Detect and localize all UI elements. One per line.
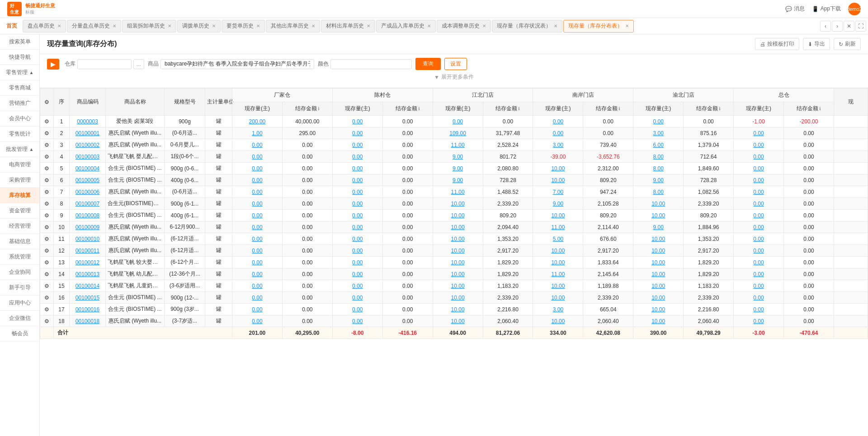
tab-close-all-btn[interactable]: ✕ bbox=[844, 21, 854, 32]
cell-nanan-stock: 3.00 bbox=[533, 139, 583, 151]
tab-item-2[interactable]: 分量盘点单历史✕ bbox=[67, 20, 121, 33]
sidebar-item-9[interactable]: 采购管理 bbox=[0, 173, 39, 188]
color-input[interactable] bbox=[330, 59, 412, 69]
sidebar-item-4[interactable]: 营销推广 bbox=[0, 96, 39, 111]
cell-settings[interactable]: ⚙ bbox=[40, 268, 54, 280]
cell-settings[interactable]: ⚙ bbox=[40, 233, 54, 245]
sidebar-item-12[interactable]: 经营管理 bbox=[0, 219, 39, 234]
sidebar-item-18[interactable]: 企业微信 bbox=[0, 311, 39, 326]
sidebar-item-19[interactable]: 畅会员 bbox=[0, 326, 39, 342]
cell-factory-amount: 0.00 bbox=[282, 210, 332, 221]
cell-chen-stock: 0.00 bbox=[332, 210, 382, 221]
tab-item-5[interactable]: 要货单历史✕ bbox=[222, 20, 265, 33]
avatar[interactable]: demo2 bbox=[848, 3, 861, 15]
cell-settings[interactable]: ⚙ bbox=[40, 139, 54, 151]
sidebar-item-1[interactable]: 快捷导航 bbox=[0, 50, 39, 65]
sidebar-item-10[interactable]: 库存核算 bbox=[0, 188, 39, 203]
info-icon-4[interactable]: ℹ bbox=[618, 106, 620, 111]
cell-settings[interactable]: ⚙ bbox=[40, 257, 54, 268]
sidebar-item-15[interactable]: 企业协同 bbox=[0, 265, 39, 280]
sidebar-item-7[interactable]: 批发管理▲ bbox=[0, 142, 39, 157]
cell-settings[interactable]: ⚙ bbox=[40, 163, 54, 174]
tab-close[interactable]: ✕ bbox=[367, 23, 370, 28]
cell-settings[interactable]: ⚙ bbox=[40, 292, 54, 304]
tab-item-1[interactable]: 盘点单历史✕ bbox=[23, 20, 66, 33]
action-btn-2[interactable]: ↻刷新 bbox=[834, 38, 861, 50]
tab-item-7[interactable]: 材料出库单历史✕ bbox=[321, 20, 375, 33]
cell-settings[interactable]: ⚙ bbox=[40, 198, 54, 210]
sidebar-item-6[interactable]: 零售统计 bbox=[0, 127, 39, 142]
info-icon-1[interactable]: ℹ bbox=[318, 106, 320, 111]
tab-close[interactable]: ✕ bbox=[427, 23, 431, 28]
cell-settings[interactable]: ⚙ bbox=[40, 245, 54, 257]
warehouse-input[interactable] bbox=[77, 59, 132, 69]
sidebar-item-16[interactable]: 新手引导 bbox=[0, 280, 39, 295]
cell-unit: 罐 bbox=[205, 257, 232, 268]
sidebar-item-3[interactable]: 零售商城 bbox=[0, 80, 39, 96]
cell-settings[interactable]: ⚙ bbox=[40, 280, 54, 292]
tab-close[interactable]: ✕ bbox=[113, 23, 116, 28]
info-icon-5[interactable]: ℹ bbox=[719, 106, 721, 111]
sidebar-item-0[interactable]: 搜索英单 bbox=[0, 34, 39, 50]
col-spec: 规格型号 bbox=[165, 89, 205, 116]
cell-no: 3 bbox=[54, 139, 70, 151]
cell-no: 18 bbox=[54, 315, 70, 327]
info-icon-3[interactable]: ℹ bbox=[518, 106, 520, 111]
expand-conditions-btn[interactable]: ▼ 展开更多条件 bbox=[430, 72, 477, 82]
cell-spec: 900g (6-1... bbox=[165, 198, 205, 210]
tab-close[interactable]: ✕ bbox=[625, 23, 629, 28]
tab-item-8[interactable]: 产成品入库单历史✕ bbox=[376, 20, 436, 33]
tab-item-9[interactable]: 成本调整单历史✕ bbox=[437, 20, 491, 33]
info-icon-2[interactable]: ℹ bbox=[418, 106, 420, 111]
cell-settings[interactable]: ⚙ bbox=[40, 186, 54, 198]
tab-item-4[interactable]: 调拨单历史✕ bbox=[177, 20, 221, 33]
tab-close[interactable]: ✕ bbox=[311, 23, 315, 28]
cell-settings[interactable]: ⚙ bbox=[40, 221, 54, 233]
action-btn-0[interactable]: 🖨按模板打印 bbox=[755, 38, 799, 50]
info-icon-6[interactable]: ℹ bbox=[819, 106, 821, 111]
tab-prev-btn[interactable]: ‹ bbox=[820, 21, 831, 32]
tab-item-0[interactable]: 首页 bbox=[2, 20, 22, 33]
cell-settings[interactable]: ⚙ bbox=[40, 174, 54, 186]
warehouse-dots[interactable]: ... bbox=[133, 59, 144, 69]
tab-close[interactable]: ✕ bbox=[256, 23, 260, 28]
goods-input[interactable] bbox=[160, 59, 314, 69]
tab-maximize-btn[interactable]: ⛶ bbox=[855, 21, 866, 32]
tab-item-10[interactable]: 现存量（库存状况表）✕ bbox=[492, 20, 562, 33]
tab-close[interactable]: ✕ bbox=[168, 23, 171, 28]
cell-settings[interactable]: ⚙ bbox=[40, 315, 54, 327]
cell-current bbox=[834, 292, 868, 304]
cell-current bbox=[834, 315, 868, 327]
cell-settings[interactable]: ⚙ bbox=[40, 304, 54, 315]
tab-close[interactable]: ✕ bbox=[482, 23, 486, 28]
sidebar-item-13[interactable]: 基础信息 bbox=[0, 234, 39, 249]
search-button[interactable]: 查询 bbox=[415, 58, 441, 70]
sidebar-item-17[interactable]: 应用中心 bbox=[0, 295, 39, 311]
tab-item-3[interactable]: 组装拆卸单历史✕ bbox=[122, 20, 176, 33]
sidebar-item-11[interactable]: 资金管理 bbox=[0, 203, 39, 219]
tab-close[interactable]: ✕ bbox=[212, 23, 216, 28]
cell-yubeimen-stock: 10.00 bbox=[633, 304, 684, 315]
sidebar-item-8[interactable]: 电商管理 bbox=[0, 157, 39, 173]
cell-settings[interactable]: ⚙ bbox=[40, 210, 54, 221]
cell-no: 9 bbox=[54, 210, 70, 221]
tab-item-6[interactable]: 其他出库单历史✕ bbox=[266, 20, 320, 33]
tab-close[interactable]: ✕ bbox=[57, 23, 61, 28]
tab-next-btn[interactable]: › bbox=[832, 21, 843, 32]
expand-filter-btn[interactable]: ▶ bbox=[47, 59, 59, 70]
setting-button[interactable]: 设置 bbox=[444, 58, 467, 70]
tab-item-11[interactable]: 现存量（库存分布表）✕ bbox=[563, 20, 634, 33]
table-footer-row: 合计 201.00 40,295.00 -8.00 -416.16 494.00… bbox=[40, 327, 868, 339]
sidebar-item-5[interactable]: 会员中心 bbox=[0, 111, 39, 127]
cell-name: 合生元 (BIOSTIME) ... bbox=[106, 174, 165, 186]
message-btn[interactable]: 💬 消息 bbox=[785, 5, 805, 13]
cell-settings[interactable]: ⚙ bbox=[40, 127, 54, 139]
app-download-btn[interactable]: 📱 App下载 bbox=[812, 5, 841, 13]
sidebar-item-14[interactable]: 系统管理 bbox=[0, 249, 39, 265]
action-btn-1[interactable]: ⬇导出 bbox=[803, 38, 830, 50]
cell-settings[interactable]: ⚙ bbox=[40, 116, 54, 127]
cell-settings[interactable]: ⚙ bbox=[40, 151, 54, 163]
tab-close[interactable]: ✕ bbox=[554, 23, 557, 28]
sidebar-item-2[interactable]: 零售管理▲ bbox=[0, 65, 39, 80]
cell-chen-stock: 0.00 bbox=[332, 116, 382, 127]
